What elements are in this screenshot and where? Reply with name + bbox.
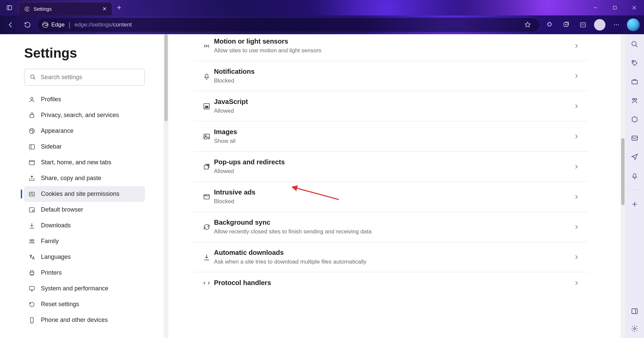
back-button[interactable]	[3, 17, 18, 32]
collections-button[interactable]	[559, 17, 574, 32]
nav-start[interactable]: Start, home, and new tabs	[24, 155, 145, 170]
nav-share[interactable]: Share, copy and paste	[24, 170, 145, 186]
content-scrollbar[interactable]	[621, 34, 625, 338]
svg-point-23	[33, 210, 34, 211]
row-protocol-handlers[interactable]: Protocol handlers	[193, 272, 588, 293]
nav-default-browser[interactable]: Default browser	[24, 202, 145, 218]
svg-point-12	[30, 128, 35, 133]
svg-text:JS: JS	[205, 105, 209, 108]
row-images[interactable]: ImagesShow all	[193, 121, 588, 152]
svg-point-19	[31, 194, 31, 194]
svg-point-1	[26, 8, 28, 10]
row-javascript[interactable]: JS JavaScriptAllowed	[193, 91, 588, 121]
rail-drop-icon[interactable]	[630, 152, 639, 162]
site-identity: Edge	[42, 21, 65, 28]
svg-rect-11	[30, 115, 34, 117]
avatar-icon	[594, 19, 605, 31]
nav-printers[interactable]: Printers	[24, 265, 145, 281]
nav-phone[interactable]: Phone and other devices	[24, 312, 145, 328]
profile-button[interactable]	[592, 17, 607, 32]
rail-shopping-icon[interactable]	[630, 58, 639, 68]
tab-actions-button[interactable]	[0, 5, 18, 11]
svg-point-21	[33, 194, 33, 195]
app-menu-button[interactable]	[609, 17, 624, 32]
svg-point-8	[618, 24, 619, 25]
row-notifications[interactable]: NotificationsBlocked	[193, 61, 588, 91]
svg-point-9	[31, 75, 34, 78]
settings-page: Settings Profiles Privacy, search, and s…	[0, 34, 644, 338]
rail-office-icon[interactable]	[630, 115, 639, 124]
nav-reset[interactable]: Reset settings	[24, 296, 145, 312]
row-motion-sensors[interactable]: Motion or light sensorsAllow sites to us…	[193, 34, 588, 61]
new-tab-button[interactable]: +	[112, 3, 126, 12]
nav-downloads[interactable]: Downloads	[24, 218, 145, 233]
rail-bell-icon[interactable]	[630, 171, 639, 180]
svg-rect-41	[632, 136, 638, 140]
edge-logo-icon	[42, 21, 49, 28]
svg-point-37	[633, 61, 634, 62]
window-minimize-button[interactable]	[586, 0, 605, 15]
tab-close-button[interactable]: ✕	[101, 6, 107, 12]
nav-profiles[interactable]: Profiles	[24, 92, 145, 107]
svg-point-10	[31, 97, 33, 100]
rail-search-icon[interactable]	[630, 40, 639, 49]
url-separator: |	[69, 21, 70, 29]
svg-rect-18	[30, 192, 35, 196]
reading-mode-button[interactable]	[576, 17, 590, 32]
rail-add-button[interactable]	[630, 200, 639, 209]
js-icon: JS	[199, 103, 214, 110]
chevron-right-icon	[574, 164, 579, 169]
download-icon	[28, 222, 36, 229]
nav-system[interactable]: System and performance	[24, 281, 145, 296]
svg-rect-22	[30, 208, 35, 212]
svg-rect-42	[632, 309, 638, 314]
image-icon	[199, 133, 214, 140]
window-titlebar: Settings ✕ +	[0, 0, 644, 15]
svg-point-13	[31, 130, 32, 130]
url-text: edge://settings/content	[74, 21, 132, 28]
refresh-button[interactable]	[20, 17, 35, 32]
nav-sidebar[interactable]: Sidebar	[24, 139, 145, 155]
rail-hide-button[interactable]	[630, 306, 639, 316]
nav-appearance[interactable]: Appearance	[24, 123, 145, 139]
rail-settings-icon[interactable]	[630, 324, 639, 333]
row-automatic-downloads[interactable]: Automatic downloadsAsk when a site tries…	[193, 242, 588, 272]
site-identity-label: Edge	[51, 21, 65, 28]
svg-point-15	[33, 131, 33, 132]
browser-toolbar: Edge | edge://settings/content	[0, 15, 644, 34]
favorite-button[interactable]	[520, 17, 535, 32]
edge-sidebar-rail	[625, 34, 644, 338]
window-maximize-button[interactable]	[605, 0, 625, 15]
svg-rect-38	[632, 80, 638, 84]
search-icon	[30, 74, 36, 80]
bing-chat-button[interactable]	[626, 17, 641, 32]
row-popups[interactable]: Pop-ups and redirectsAllowed	[193, 152, 588, 182]
rail-tools-icon[interactable]	[630, 77, 639, 87]
browser-tab[interactable]: Settings ✕	[18, 2, 112, 15]
svg-point-36	[632, 42, 636, 46]
nav-cookies[interactable]: Cookies and site permissions	[24, 186, 145, 202]
bing-icon	[627, 18, 640, 31]
window-close-button[interactable]	[625, 0, 644, 15]
svg-point-14	[33, 130, 33, 130]
rail-outlook-icon[interactable]	[630, 133, 639, 143]
svg-rect-2	[613, 6, 616, 9]
sidebar-scrollbar[interactable]	[164, 34, 168, 338]
settings-search-input[interactable]	[41, 74, 139, 81]
svg-rect-5	[581, 22, 586, 27]
chevron-right-icon	[574, 280, 579, 286]
svg-rect-16	[30, 145, 35, 149]
extensions-button[interactable]	[542, 17, 557, 32]
nav-languages[interactable]: Languages	[24, 249, 145, 265]
family-icon	[28, 238, 36, 245]
share-icon	[28, 175, 36, 182]
row-background-sync[interactable]: Background syncAllow recently closed sit…	[193, 212, 588, 242]
settings-search[interactable]	[24, 69, 145, 86]
rail-games-icon[interactable]	[630, 96, 639, 105]
nav-privacy[interactable]: Privacy, search, and services	[24, 107, 145, 123]
address-bar[interactable]: Edge | edge://settings/content	[37, 17, 540, 32]
browser-icon	[28, 207, 36, 213]
sensor-icon	[199, 42, 214, 50]
row-intrusive-ads[interactable]: Intrusive adsBlocked	[193, 182, 588, 212]
nav-family[interactable]: Family	[24, 233, 145, 249]
